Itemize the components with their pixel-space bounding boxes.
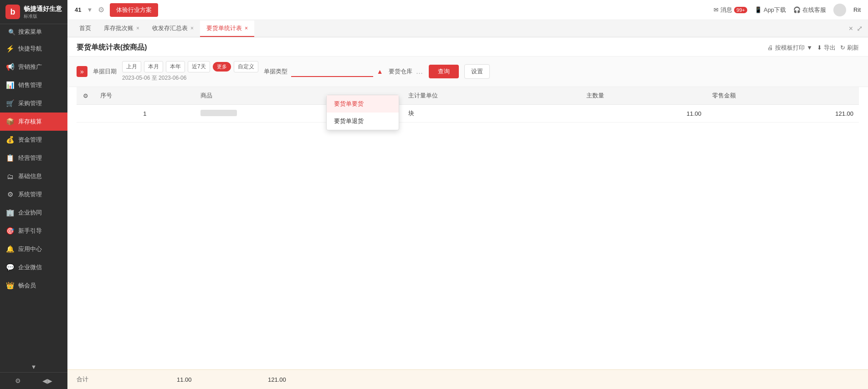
warehouse-filter-label: 要货仓库	[389, 67, 412, 76]
type-filter-chevron-icon[interactable]: ▲	[377, 68, 383, 75]
sidebar-search[interactable]: 🔍 搜索菜单	[0, 24, 67, 40]
col-header-quantity: 主数量	[581, 87, 707, 105]
date-btn-last-7days[interactable]: 近7天	[188, 61, 210, 72]
type-filter-input[interactable]	[291, 67, 373, 77]
type-filter-label: 单据类型	[264, 67, 288, 76]
page-actions: 🖨 按模板打印 ▼ ⬇ 导出 ↻ 刷新	[767, 44, 859, 52]
page-title: 要货单统计表(按商品)	[77, 43, 147, 52]
date-btn-this-month[interactable]: 本月	[144, 61, 163, 72]
sidebar-item-inventory[interactable]: 📦 库存核算	[0, 113, 67, 131]
col-header-settings[interactable]: ⚙	[77, 87, 95, 105]
sidebar-settings-btn[interactable]: ⚙	[15, 377, 21, 384]
tab-inventory-batch[interactable]: 库存批次账 ×	[98, 20, 146, 37]
online-service-btn[interactable]: 🎧 在线客服	[793, 6, 826, 14]
footer-label: 合计	[77, 375, 177, 384]
sidebar-item-appstore[interactable]: 🔔 应用中心	[0, 240, 67, 258]
message-icon: ✉	[714, 6, 719, 13]
refresh-btn[interactable]: ↻ 刷新	[840, 44, 859, 52]
query-button[interactable]: 查询	[429, 65, 459, 78]
sidebar-item-enterprise[interactable]: 🏢 企业协同	[0, 204, 67, 222]
topbar-chevron-icon[interactable]: ▼	[87, 6, 92, 13]
tabbar-close-all-icon[interactable]: ×	[849, 25, 853, 33]
sidebar-item-guide[interactable]: 🎯 新手引导	[0, 222, 67, 240]
purchase-icon: 🛒	[5, 99, 15, 108]
sidebar-item-marketing[interactable]: 📢 营销推广	[0, 58, 67, 76]
tab-receipt-summary[interactable]: 收发存汇总表 ×	[146, 20, 200, 37]
search-icon: 🔍	[8, 29, 15, 36]
date-btn-more[interactable]: 更多	[213, 62, 231, 72]
user-avatar[interactable]	[833, 4, 846, 16]
cell-no: 1	[95, 105, 195, 123]
type-dropdown: 要货单要货 要货单退货	[326, 95, 399, 130]
app-logo-icon: b	[5, 5, 20, 19]
main-area: 41 ▼ ⚙ 体验行业方案 ✉ 消息 99+ 📱 App下载 🎧 在线客服 Ri…	[67, 0, 868, 389]
finance-icon: 💰	[5, 135, 15, 144]
main-table: ⚙ 序号 商品 主计量单位 主数量 零售金额 1	[77, 87, 859, 123]
filter-expand-btn[interactable]: »	[77, 66, 87, 77]
sidebar-item-finance[interactable]: 💰 资金管理	[0, 131, 67, 149]
col-header-no: 序号	[95, 87, 195, 105]
trial-button[interactable]: 体验行业方案	[110, 3, 158, 17]
dropdown-item-order-return[interactable]: 要货单退货	[327, 113, 399, 130]
col-header-unit: 主计量单位	[403, 87, 581, 105]
cell-unit: 块	[403, 105, 581, 123]
sidebar-item-quick-nav[interactable]: ⚡ 快捷导航	[0, 40, 67, 58]
sidebar-item-purchase[interactable]: 🛒 采购管理	[0, 94, 67, 113]
date-btn-this-year[interactable]: 本年	[166, 61, 185, 72]
date-btn-last-month[interactable]: 上月	[122, 61, 141, 72]
tab-close-receipt-summary[interactable]: ×	[190, 25, 194, 31]
refresh-icon: ↻	[840, 44, 845, 51]
footer-amount: 121.00	[268, 376, 304, 383]
sidebar-item-basic[interactable]: 🗂 基础信息	[0, 167, 67, 185]
topbar: 41 ▼ ⚙ 体验行业方案 ✉ 消息 99+ 📱 App下载 🎧 在线客服 Ri…	[67, 0, 868, 20]
table-container: ⚙ 序号 商品 主计量单位 主数量 零售金额 1	[67, 87, 868, 369]
appstore-icon: 🔔	[5, 245, 15, 254]
warehouse-more-btn[interactable]: …	[416, 67, 423, 76]
inventory-icon: 📦	[5, 117, 15, 126]
page-content: 要货单统计表(按商品) 🖨 按模板打印 ▼ ⬇ 导出 ↻ 刷新 »	[67, 37, 868, 389]
settings-button[interactable]: 设置	[464, 64, 490, 79]
topbar-number: 41	[75, 6, 81, 13]
sidebar-collapse-btn[interactable]: ◀▶	[42, 377, 52, 384]
cell-settings	[77, 105, 95, 123]
print-template-btn[interactable]: 🖨 按模板打印 ▼	[767, 44, 812, 52]
sidebar-item-member[interactable]: 👑 畅会员	[0, 276, 67, 295]
quick-nav-icon: ⚡	[5, 44, 15, 53]
sidebar-item-sales[interactable]: 📊 销售管理	[0, 76, 67, 94]
app-download-btn[interactable]: 📱 App下载	[755, 6, 786, 14]
cell-quantity: 11.00	[581, 105, 707, 123]
table-row: 1 块 11.00 121.00	[77, 105, 859, 123]
sidebar-item-wechat[interactable]: 💬 企业微信	[0, 258, 67, 276]
tabbar-expand-icon[interactable]: ⤢	[857, 24, 863, 33]
date-btns-row: 上月 本月 本年 近7天 更多 自定义	[122, 61, 258, 72]
tab-close-inventory-batch[interactable]: ×	[136, 25, 139, 31]
sidebar-nav: ⚡ 快捷导航 📢 营销推广 📊 销售管理 🛒 采购管理 📦 库存核算 💰 资金管…	[0, 40, 67, 362]
sidebar-item-system[interactable]: ⚙ 系统管理	[0, 185, 67, 204]
filter-warehouse-section: 要货仓库 …	[389, 67, 423, 76]
operation-icon: 📋	[5, 154, 15, 163]
topbar-left: 41 ▼ ⚙ 体验行业方案	[75, 3, 158, 17]
sidebar-scroll-down[interactable]: ▼	[0, 362, 67, 372]
footer-quantity: 11.00	[177, 376, 268, 383]
filter-type-section: 单据类型 ▲	[264, 67, 383, 77]
sidebar-item-operation[interactable]: 📋 经营管理	[0, 149, 67, 167]
tab-order-stats[interactable]: 要货单统计表 ×	[200, 20, 254, 37]
table-header-row: ⚙ 序号 商品 主计量单位 主数量 零售金额	[77, 87, 859, 105]
export-btn[interactable]: ⬇ 导出	[817, 44, 836, 52]
username-text: Rit	[853, 6, 861, 13]
tab-home[interactable]: 首页	[73, 20, 98, 37]
product-blurred	[200, 110, 237, 116]
sales-icon: 📊	[5, 81, 15, 90]
page-header: 要货单统计表(按商品) 🖨 按模板打印 ▼ ⬇ 导出 ↻ 刷新	[67, 37, 868, 56]
phone-icon: 📱	[755, 6, 762, 13]
tabbar-controls: × ⤢	[849, 24, 863, 33]
topbar-gear-icon[interactable]: ⚙	[98, 5, 104, 14]
app-logo-text: 畅捷通好生意 标准版	[24, 5, 62, 19]
date-btn-custom[interactable]: 自定义	[234, 61, 258, 72]
dropdown-item-order-goods[interactable]: 要货单要货	[327, 95, 399, 113]
guide-icon: 🎯	[5, 226, 15, 235]
tab-close-order-stats[interactable]: ×	[245, 25, 248, 31]
messages-btn[interactable]: ✉ 消息 99+	[714, 6, 747, 14]
print-chevron-icon: ▼	[806, 44, 812, 51]
headset-icon: 🎧	[793, 6, 801, 13]
